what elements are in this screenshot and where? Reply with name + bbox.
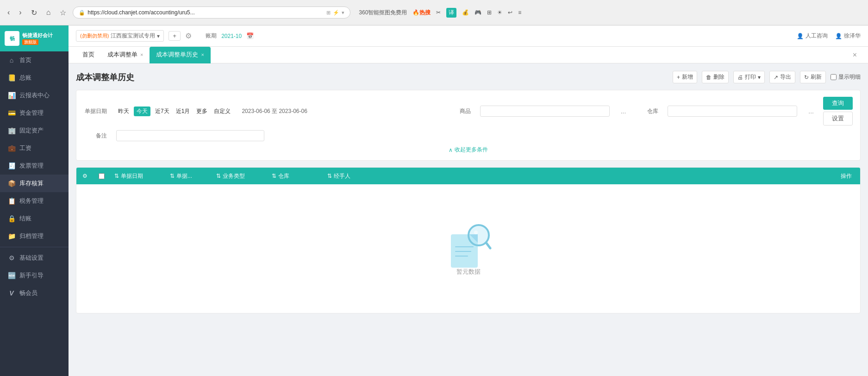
calendar-icon[interactable]: 📅 <box>246 32 254 39</box>
new-button[interactable]: + 新增 <box>673 71 697 83</box>
consultant-button[interactable]: 👤 人工咨询 <box>797 32 828 40</box>
sidebar-item-base[interactable]: ⚙ 基础设置 <box>0 249 69 267</box>
search-label: 360智能抠图免费用 <box>359 9 407 17</box>
sidebar-item-assets[interactable]: 🏢 固定资产 <box>0 122 69 139</box>
date-yesterday[interactable]: 昨天 <box>116 107 131 116</box>
tab-cost-adjust-close[interactable]: × <box>140 52 143 57</box>
wallet-icon[interactable]: 💰 <box>462 9 469 16</box>
table-select-all[interactable] <box>93 173 110 179</box>
print-icon: 🖨 <box>737 74 743 81</box>
sidebar-item-inventory[interactable]: 📦 库存核算 <box>0 175 69 192</box>
col-handler[interactable]: ⇅ 经手人 <box>323 172 378 180</box>
url-bar[interactable]: 🔒 https://cloud.chanjet.com/accounting/u… <box>73 6 350 19</box>
sidebar-item-tax[interactable]: 📋 税务管理 <box>0 192 69 210</box>
note-input[interactable] <box>116 130 264 141</box>
tab-cost-adjust[interactable]: 成本调整单 × <box>101 47 150 63</box>
sidebar-item-closing[interactable]: 🔒 结账 <box>0 210 69 227</box>
menu-icon[interactable]: ≡ <box>518 9 521 16</box>
url-text: https://cloud.chanjet.com/accounting/uru… <box>87 9 194 16</box>
date-more[interactable]: 更多 <box>194 107 209 116</box>
sidebar-label-tax: 税务管理 <box>19 197 44 205</box>
settings-button[interactable]: 设置 <box>823 112 853 125</box>
tab-history-label: 成本调整单历史 <box>156 50 198 59</box>
game-icon[interactable]: 🎮 <box>475 9 481 16</box>
sidebar-item-home[interactable]: ⌂ 首页 <box>0 51 69 69</box>
col-warehouse[interactable]: ⇅ 仓库 <box>267 172 323 180</box>
select-all-checkbox[interactable] <box>99 173 105 179</box>
invoices-icon: 🧾 <box>7 162 16 169</box>
settings-icon: ⚙ <box>82 173 87 179</box>
delete-button[interactable]: 🗑 删除 <box>702 71 729 83</box>
apps-icon[interactable]: ⊞ <box>487 9 492 16</box>
translate-icon[interactable]: 译 <box>446 8 456 18</box>
brightness-icon[interactable]: ☀ <box>497 9 502 16</box>
sidebar-label-archive: 归档管理 <box>19 232 44 240</box>
add-company-button[interactable]: + <box>169 31 181 41</box>
assets-icon: 🏢 <box>7 127 16 134</box>
tab-home[interactable]: 首页 <box>76 47 101 63</box>
delete-label: 删除 <box>713 73 724 81</box>
sidebar-item-funds[interactable]: 💳 资金管理 <box>0 104 69 122</box>
sidebar-item-salary[interactable]: 💼 工资 <box>0 139 69 157</box>
user-menu[interactable]: 👤 徐泽华 <box>835 32 861 40</box>
company-selector[interactable]: (勿删勿禁用) 江西服宝测试专用 ▾ <box>76 30 164 42</box>
col-biztype-label: 业务类型 <box>223 172 245 180</box>
print-button[interactable]: 🖨 打印 ▾ <box>733 71 765 83</box>
col-action-label: 操作 <box>841 172 852 180</box>
sort-icon: ⇅ <box>114 173 119 179</box>
sidebar-item-invoices[interactable]: 🧾 发票管理 <box>0 157 69 175</box>
date-today[interactable]: 今天 <box>134 107 150 116</box>
forward-button[interactable]: › <box>16 6 24 19</box>
refresh-button[interactable]: ↻ <box>28 6 40 19</box>
inventory-icon: 📦 <box>7 180 16 187</box>
date-7days[interactable]: 近7天 <box>153 107 171 116</box>
company-settings-icon[interactable]: ⚙ <box>185 31 192 40</box>
tab-history-close[interactable]: × <box>201 52 204 57</box>
warehouse-input[interactable] <box>668 106 797 117</box>
refresh-icon: ↻ <box>804 74 809 81</box>
reports-icon: 📊 <box>7 92 16 99</box>
note-label: 备注 <box>84 132 107 140</box>
col-date-label: 单据日期 <box>121 172 143 180</box>
refresh-button[interactable]: ↻ 刷新 <box>800 71 826 83</box>
date-custom[interactable]: 自定义 <box>212 107 232 116</box>
sidebar-item-reports[interactable]: 📊 云报表中心 <box>0 87 69 104</box>
sidebar-label-funds: 资金管理 <box>19 109 44 117</box>
guide-icon: 🆕 <box>7 272 16 279</box>
sidebar-label-member: 畅会员 <box>19 289 37 297</box>
col-date[interactable]: ⇅ 单据日期 <box>110 172 165 180</box>
export-button[interactable]: ↗ 导出 <box>769 71 795 83</box>
sidebar-item-ledger[interactable]: 📒 总账 <box>0 69 69 87</box>
warehouse-more-btn[interactable]: ... <box>808 107 814 115</box>
date-1month[interactable]: 近1月 <box>174 107 192 116</box>
collapse-button[interactable]: ∧ 收起更多条件 <box>449 146 488 154</box>
empty-illustration <box>445 221 492 268</box>
sidebar-label-home: 首页 <box>19 56 31 64</box>
sidebar-item-archive[interactable]: 📁 归档管理 <box>0 227 69 245</box>
table-settings-btn[interactable]: ⚙ <box>76 173 93 179</box>
star-button[interactable]: ☆ <box>57 6 69 19</box>
sidebar-item-guide[interactable]: 🆕 新手引导 <box>0 267 69 284</box>
browser-chrome: ‹ › ↻ ⌂ ☆ 🔒 https://cloud.chanjet.com/ac… <box>0 0 868 25</box>
show-detail-checkbox[interactable] <box>831 74 837 80</box>
col-docno[interactable]: ⇅ 单据... <box>165 172 212 180</box>
collapse-icon: ∧ <box>449 147 453 153</box>
home-icon: ⌂ <box>7 56 16 64</box>
col-action: 操作 <box>832 172 860 180</box>
toolbar: + 新增 🗑 删除 🖨 打印 ▾ ↗ 导出 <box>673 71 861 83</box>
undo-icon[interactable]: ↩ <box>508 9 512 16</box>
logo-text: 畅捷通好会计 旗舰版 <box>22 32 53 45</box>
delete-icon: 🗑 <box>706 74 712 81</box>
col-biztype[interactable]: ⇅ 业务类型 <box>212 172 267 180</box>
sidebar-item-member[interactable]: V 畅会员 <box>0 284 69 302</box>
query-button[interactable]: 查询 <box>823 97 853 110</box>
scissors-icon[interactable]: ✂ <box>436 9 441 16</box>
tab-cost-adjust-label: 成本调整单 <box>107 50 137 59</box>
col-handler-label: 经手人 <box>334 172 350 180</box>
home-button[interactable]: ⌂ <box>44 6 54 19</box>
goods-input[interactable] <box>480 106 610 117</box>
tab-cost-adjust-history[interactable]: 成本调整单历史 × <box>150 47 210 63</box>
tab-close-window[interactable]: × <box>849 51 861 59</box>
goods-more-btn[interactable]: ... <box>621 107 626 115</box>
back-button[interactable]: ‹ <box>5 6 12 19</box>
